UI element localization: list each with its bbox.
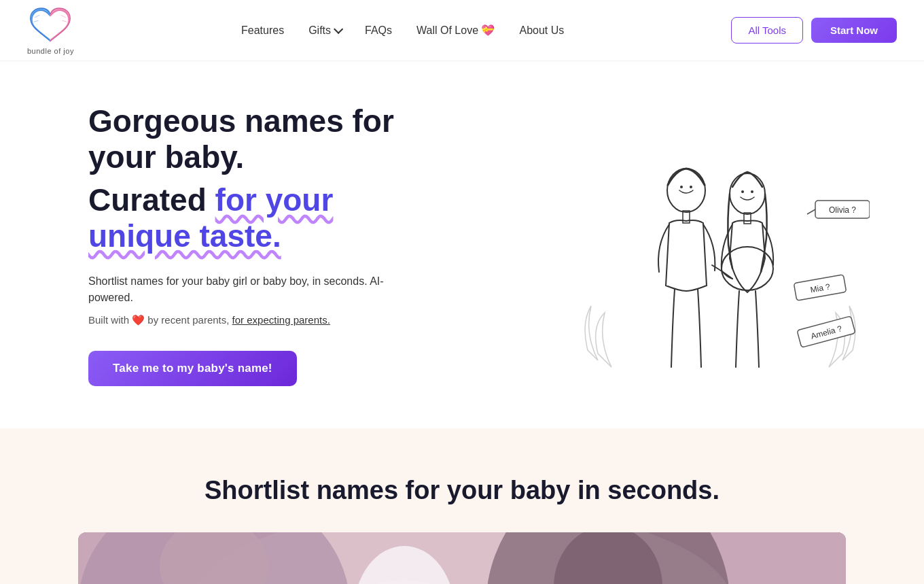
- hero-title-line2: Curated for your unique taste.: [88, 182, 414, 254]
- hero-title-line1: Gorgeous names for your baby.: [88, 103, 414, 175]
- couple-illustration: Olivia ? Mia ? Amelia ? Elizabeth ? Emil…: [544, 109, 870, 394]
- nav-gifts[interactable]: Gifts: [308, 24, 340, 37]
- nav-links: Features Gifts FAQs Wall Of Love 💝 About…: [241, 24, 564, 37]
- nav-about-us[interactable]: About Us: [519, 24, 564, 37]
- svg-point-4: [667, 169, 705, 212]
- all-tools-button[interactable]: All Tools: [731, 17, 803, 44]
- svg-point-58: [160, 532, 268, 584]
- svg-point-5: [680, 186, 683, 188]
- hero-section: Gorgeous names for your baby. Curated fo…: [0, 61, 924, 428]
- svg-point-6: [690, 186, 692, 188]
- svg-line-0: [35, 15, 40, 18]
- logo-icon: [29, 6, 72, 47]
- svg-point-8: [730, 173, 765, 214]
- navigation: bundle of joy Features Gifts FAQs Wall O…: [0, 0, 924, 61]
- svg-point-12: [722, 247, 773, 290]
- hero-illustration: Olivia ? Mia ? Amelia ? Elizabeth ? Emil…: [544, 109, 870, 381]
- hero-content: Gorgeous names for your baby. Curated fo…: [88, 103, 414, 386]
- shortlist-photo: [78, 532, 846, 584]
- photo-simulation: [78, 532, 846, 584]
- svg-line-1: [34, 20, 39, 22]
- nav-faqs[interactable]: FAQs: [365, 24, 392, 37]
- photo-svg: [78, 532, 846, 584]
- shortlist-section: Shortlist names for your baby in seconds…: [0, 428, 924, 584]
- hero-subtitle: Shortlist names for your baby girl or ba…: [88, 273, 414, 306]
- svg-line-34: [807, 209, 815, 214]
- svg-line-2: [61, 15, 66, 18]
- gifts-dropdown-icon: [334, 24, 343, 33]
- logo[interactable]: bundle of joy: [27, 6, 74, 55]
- nav-wall-of-love[interactable]: Wall Of Love 💝: [416, 24, 495, 37]
- hero-built-text: Built with ❤️ by recent parents, for exp…: [88, 314, 414, 326]
- hero-built-link[interactable]: for expecting parents.: [232, 314, 330, 326]
- nav-features[interactable]: Features: [241, 24, 284, 37]
- shortlist-section-title: Shortlist names for your baby in seconds…: [27, 476, 897, 505]
- brand-name: bundle of joy: [27, 47, 74, 55]
- start-now-button[interactable]: Start Now: [811, 18, 897, 43]
- svg-text:Olivia ?: Olivia ?: [829, 205, 856, 215]
- svg-point-10: [751, 190, 753, 193]
- hero-cta-button[interactable]: Take me to my baby's name!: [88, 351, 297, 386]
- svg-line-3: [63, 20, 67, 22]
- nav-actions: All Tools Start Now: [731, 17, 897, 44]
- svg-point-9: [741, 190, 744, 193]
